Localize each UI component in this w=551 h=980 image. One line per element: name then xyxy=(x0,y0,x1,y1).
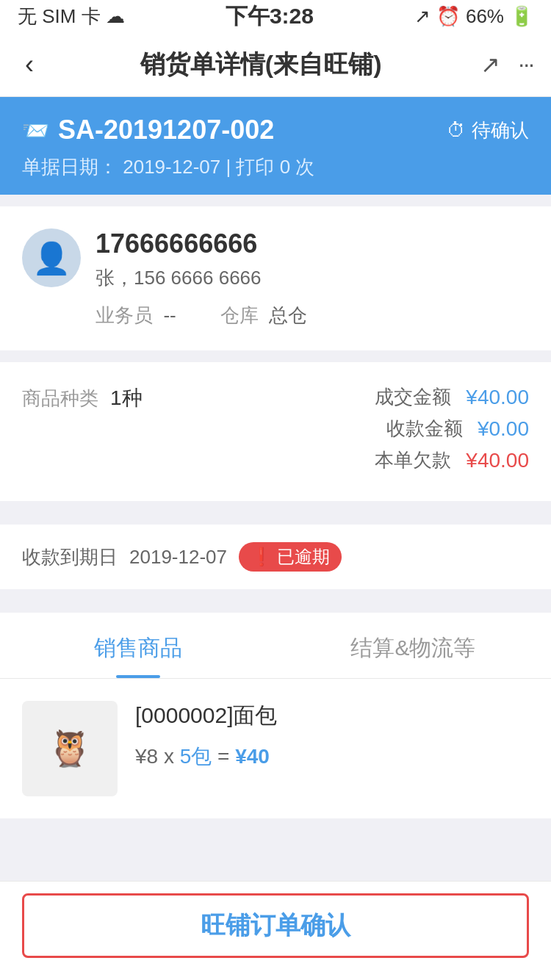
price-total: ¥40 xyxy=(235,745,270,768)
product-type-label: 商品种类 xyxy=(22,386,98,411)
price-multiply: x xyxy=(164,745,180,768)
overdue-date: 2019-12-07 xyxy=(129,546,227,569)
tabs-header: 销售商品 结算&物流等 xyxy=(0,613,551,679)
order-header-top: 📨 SA-20191207-002 ⏱ 待确认 xyxy=(22,115,529,145)
order-id-text: SA-20191207-002 xyxy=(58,115,274,145)
nav-actions: ↗ ··· xyxy=(480,51,533,79)
order-id: 📨 SA-20191207-002 xyxy=(22,115,274,145)
balance-value: ¥40.00 xyxy=(466,449,529,472)
date-value: 2019-12-07 xyxy=(123,156,220,178)
transaction-value: ¥40.00 xyxy=(466,386,529,409)
customer-name: 张，156 6666 6666 xyxy=(96,265,529,291)
avatar-icon: 👤 xyxy=(32,240,71,276)
share-icon[interactable]: ↗ xyxy=(480,51,500,79)
order-date: 单据日期： 2019-12-07 | 打印 0 次 xyxy=(22,154,529,180)
overdue-icon: ❗ xyxy=(251,547,273,567)
product-thumbnail: 🦉 xyxy=(22,701,118,796)
received-label: 收款金额 xyxy=(386,416,463,442)
summary-left: 商品种类 1种 xyxy=(22,384,143,412)
status-bar: 无 SIM 卡 ☁ 下午3:28 ↗ ⏰ 66% 🔋 xyxy=(0,0,551,32)
order-id-icon: 📨 xyxy=(22,118,49,143)
date-label: 单据日期： xyxy=(22,156,118,178)
overdue-label: 收款到期日 xyxy=(22,544,118,570)
product-item: 🦉 [0000002]面包 ¥8 x 5包 = ¥40 xyxy=(0,679,551,818)
confirm-label: 旺铺订单确认 xyxy=(201,909,350,943)
divider-2 xyxy=(0,589,551,601)
more-button[interactable]: ··· xyxy=(518,51,533,78)
tabs-section: 销售商品 结算&物流等 🦉 [0000002]面包 ¥8 x 5包 = ¥40 xyxy=(0,613,551,818)
warehouse-label-text: 仓库 xyxy=(220,304,259,326)
confirm-button[interactable]: 旺铺订单确认 xyxy=(22,893,529,958)
product-thumb-icon: 🦉 xyxy=(48,728,92,769)
customer-phone: 17666666666 xyxy=(96,228,529,259)
overdue-section: 收款到期日 2019-12-07 ❗ 已逾期 xyxy=(0,525,551,589)
product-details: [0000002]面包 ¥8 x 5包 = ¥40 xyxy=(135,701,529,771)
overdue-badge: ❗ 已逾期 xyxy=(239,542,342,572)
battery-icon: 🔋 xyxy=(510,5,533,28)
overdue-text: 已逾期 xyxy=(277,545,330,569)
status-right: ↗ ⏰ 66% 🔋 xyxy=(414,5,533,28)
bottom-bar: 旺铺订单确认 xyxy=(0,881,551,980)
salesperson-label: 业务员 -- xyxy=(96,303,176,328)
tab-sales[interactable]: 销售商品 xyxy=(0,613,276,678)
price-quantity: 5包 xyxy=(180,745,212,768)
back-button[interactable]: ‹ xyxy=(18,42,41,87)
summary-section: 商品种类 1种 成交金额 ¥40.00 收款金额 ¥0.00 本单欠款 ¥40.… xyxy=(0,362,551,501)
salesperson-value: -- xyxy=(163,304,176,326)
order-status: ⏱ 待确认 xyxy=(447,118,529,143)
print-info: | 打印 0 次 xyxy=(226,156,314,178)
product-type-value: 1种 xyxy=(110,384,143,412)
battery-text: 66% xyxy=(466,5,504,28)
warehouse-meta: 仓库 总仓 xyxy=(220,303,307,328)
summary-row: 商品种类 1种 成交金额 ¥40.00 收款金额 ¥0.00 本单欠款 ¥40.… xyxy=(22,384,529,479)
status-text: 待确认 xyxy=(472,118,529,143)
page-title: 销货单详情(来自旺铺) xyxy=(140,48,382,82)
product-price: ¥8 x 5包 = ¥40 xyxy=(135,743,529,771)
warehouse-value: 总仓 xyxy=(269,304,307,326)
received-value: ¥0.00 xyxy=(478,417,529,441)
order-header: 📨 SA-20191207-002 ⏱ 待确认 单据日期： 2019-12-07… xyxy=(0,97,551,195)
customer-avatar: 👤 xyxy=(22,228,81,287)
customer-card: 👤 17666666666 张，156 6666 6666 业务员 -- 仓库 … xyxy=(0,206,551,350)
location-icon: ↗ xyxy=(414,5,431,28)
received-row: 收款金额 ¥0.00 xyxy=(375,416,529,442)
status-clock-icon: ⏱ xyxy=(447,119,466,142)
status-left: 无 SIM 卡 ☁ xyxy=(18,4,125,29)
price-equals: = xyxy=(217,745,235,768)
balance-row: 本单欠款 ¥40.00 xyxy=(375,447,529,473)
tab-settlement[interactable]: 结算&物流等 xyxy=(276,613,551,678)
product-name: [0000002]面包 xyxy=(135,701,529,731)
balance-label: 本单欠款 xyxy=(375,447,451,473)
price-per-unit: ¥8 xyxy=(135,745,158,768)
nav-bar: ‹ 销货单详情(来自旺铺) ↗ ··· xyxy=(0,32,551,97)
alarm-icon: ⏰ xyxy=(436,5,460,28)
salesperson-label-text: 业务员 xyxy=(96,304,153,326)
tab-sales-label: 销售商品 xyxy=(94,635,182,660)
sim-text: 无 SIM 卡 ☁ xyxy=(18,4,125,29)
customer-meta: 业务员 -- 仓库 总仓 xyxy=(96,303,529,328)
tab-settlement-label: 结算&物流等 xyxy=(350,635,475,660)
customer-info: 17666666666 张，156 6666 6666 业务员 -- 仓库 总仓 xyxy=(96,228,529,328)
divider-1 xyxy=(0,501,551,513)
transaction-label: 成交金额 xyxy=(375,384,451,410)
status-time: 下午3:28 xyxy=(226,1,314,32)
summary-right: 成交金额 ¥40.00 收款金额 ¥0.00 本单欠款 ¥40.00 xyxy=(375,384,529,479)
customer-section: 👤 17666666666 张，156 6666 6666 业务员 -- 仓库 … xyxy=(22,228,529,328)
transaction-row: 成交金额 ¥40.00 xyxy=(375,384,529,410)
